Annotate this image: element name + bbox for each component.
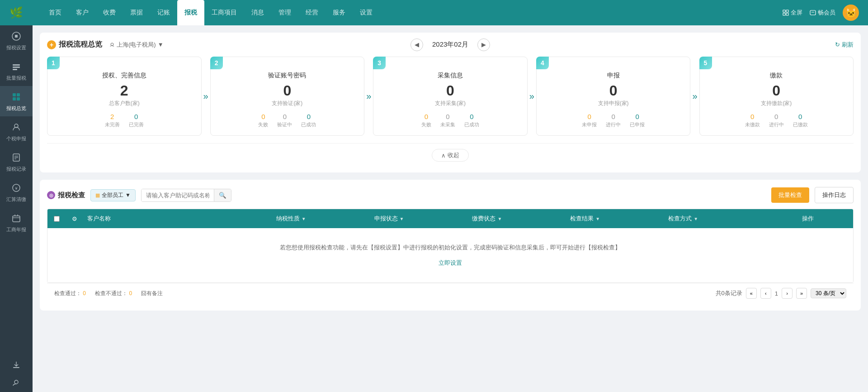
collapse-btn[interactable]: ∧ 收起: [432, 149, 469, 162]
refresh-btn[interactable]: ↻ 刷新: [835, 41, 854, 49]
fail-num[interactable]: 0: [129, 290, 132, 296]
nav-accounting[interactable]: 记账: [150, 0, 177, 25]
nav-message[interactable]: 消息: [244, 0, 271, 25]
sidebar-item-location[interactable]: [0, 374, 33, 392]
next-month-btn[interactable]: ▶: [477, 38, 490, 51]
step-2-stat-0[interactable]: 0 失败: [258, 113, 268, 128]
batch-check-btn[interactable]: 批量检查: [771, 187, 809, 203]
sidebar-item-baoshuizonglan[interactable]: 报税总览: [0, 86, 33, 116]
filter-icon-sm-3: ▼: [497, 216, 502, 221]
step-2-bignum: 0: [283, 83, 291, 98]
location-badge[interactable]: 上海(电子税局) ▼: [109, 41, 164, 49]
pass-num[interactable]: 0: [83, 290, 86, 296]
th-tax-nature[interactable]: 纳税性质 ▼: [273, 209, 371, 228]
step-1-number: 1: [47, 57, 60, 69]
sidebar-item-gongshangnianabao[interactable]: 工商年报: [0, 207, 33, 238]
collapse-label: 收起: [448, 151, 459, 159]
sidebar-item-baoshuijilu[interactable]: 报税记录: [0, 147, 33, 177]
step-5-stat-0[interactable]: 0 未缴款: [745, 113, 760, 128]
setup-link[interactable]: 立即设置: [280, 257, 621, 269]
refresh-icon: ↻: [835, 41, 840, 48]
svg-rect-5: [13, 93, 16, 96]
step-3-stat-1[interactable]: 0 未采集: [440, 113, 455, 128]
nav-tax[interactable]: 报税: [177, 0, 204, 25]
th-pay-status[interactable]: 缴费状态 ▼: [468, 209, 566, 228]
svg-rect-7: [13, 97, 16, 100]
step-4-stat-1[interactable]: 0 进行中: [606, 113, 621, 128]
sidebar-item-download[interactable]: [0, 356, 33, 374]
nav-home[interactable]: 首页: [42, 0, 69, 25]
prev-month-btn[interactable]: ◀: [410, 38, 423, 51]
step-5-stat-0-label: 未缴款: [745, 121, 760, 128]
user-avatar[interactable]: 🐱: [843, 5, 859, 21]
taxcheck-card: ◎ 报税检查 ▦ 全部员工 ▼ 🔍 批量检查 操作日志: [40, 180, 861, 311]
sidebar-item-baoshuishezhi[interactable]: 报税设置: [0, 25, 33, 56]
sidebar-item-label: 汇算清缴: [6, 196, 26, 203]
taxcheck-icon: ◎: [47, 191, 55, 199]
th-check-result-text: 检查结果: [570, 215, 594, 223]
th-settings[interactable]: ⚙: [66, 209, 84, 228]
step-5-stat-2[interactable]: 0 已缴款: [793, 113, 808, 128]
step-2-stat-2[interactable]: 0 已成功: [301, 113, 316, 128]
overview-header-row: + 报税流程总览 上海(电子税局) ▼ ◀ 2023年02月 ▶ ↻ 刷新: [47, 40, 854, 49]
fullscreen-btn[interactable]: 全屏: [783, 9, 802, 17]
step-4-stat-2[interactable]: 0 已申报: [630, 113, 645, 128]
svg-point-28: [111, 43, 113, 46]
step-5-stats: 0 未缴款 0 进行中 0 已缴款: [745, 113, 808, 128]
step-2-stat-0-label: 失败: [258, 121, 268, 128]
step-5: 5 缴款 0 支持缴款(家) 0 未缴款 0 进行中: [699, 57, 854, 136]
sidebar-item-geshenshenabao[interactable]: 个税申报: [0, 116, 33, 147]
search-button[interactable]: 🔍: [214, 189, 231, 201]
th-check-method[interactable]: 检查方式 ▼: [665, 209, 763, 228]
step-2-sub: 支持验证(家): [272, 100, 302, 107]
svg-rect-8: [17, 97, 20, 100]
step-4-stat-0[interactable]: 0 未申报: [582, 113, 597, 128]
nav-invoice[interactable]: 票据: [123, 0, 150, 25]
th-checkbox[interactable]: [47, 209, 66, 228]
step-3-stat-0[interactable]: 0 失败: [421, 113, 431, 128]
nav-settings[interactable]: 设置: [353, 0, 380, 25]
th-report-status[interactable]: 申报状态 ▼: [371, 209, 469, 228]
nav-right: 全屏 畅会员 🐱: [783, 5, 859, 21]
employee-filter[interactable]: ▦ 全部员工 ▼: [90, 189, 136, 201]
prev-page-btn[interactable]: ‹: [760, 288, 771, 299]
step-5-sub: 支持缴款(家): [761, 100, 792, 107]
nav-business[interactable]: 工商项目: [204, 0, 244, 25]
step-5-stat-2-num: 0: [798, 113, 802, 120]
sidebar-item-pilianbaoshui[interactable]: 批量报税: [0, 56, 33, 86]
last-page-btn[interactable]: »: [796, 288, 807, 299]
th-check-result[interactable]: 检查结果 ▼: [566, 209, 665, 228]
next-page-btn[interactable]: ›: [782, 288, 793, 299]
step-2-stat-1[interactable]: 0 验证中: [277, 113, 292, 128]
sidebar-bottom: [0, 356, 33, 392]
per-page-select[interactable]: 30 条/页: [811, 288, 846, 298]
sidebar-item-label: 个税申报: [6, 135, 26, 142]
step-5-stat-1[interactable]: 0 进行中: [769, 113, 784, 128]
step-1-stat-0[interactable]: 2 未完善: [105, 113, 120, 128]
step-1-bignum: 2: [120, 83, 128, 98]
content-area: + 报税流程总览 上海(电子税局) ▼ ◀ 2023年02月 ▶ ↻ 刷新: [33, 25, 868, 392]
fullscreen-label: 全屏: [791, 9, 802, 17]
sidebar-item-huisuanqingshu[interactable]: ¥ 汇算清缴: [0, 177, 33, 207]
pass-label: 检查通过：: [54, 290, 81, 296]
nav-management[interactable]: 管理: [271, 0, 298, 25]
table-footer: 检查通过： 0 检查不通过： 0 囧有备注 共0条记录 « ‹ 1 › » 30…: [47, 283, 854, 303]
nav-operation[interactable]: 经营: [298, 0, 326, 25]
nav-customer[interactable]: 客户: [69, 0, 96, 25]
select-all-checkbox[interactable]: [54, 216, 60, 222]
nav-fee[interactable]: 收费: [96, 0, 123, 25]
search-input[interactable]: [142, 189, 214, 201]
step-1-stat-1[interactable]: 0 已完善: [129, 113, 144, 128]
step-3: 3 采集信息 0 支持采集(家) 0 失败 0 未采集: [373, 57, 528, 136]
member-btn[interactable]: 畅会员: [810, 9, 835, 17]
search-icon: 🔍: [219, 192, 226, 199]
operation-log-btn[interactable]: 操作日志: [815, 187, 854, 203]
settings-icon: ⚙: [72, 215, 77, 222]
step-4-stat-0-num: 0: [587, 113, 591, 120]
first-page-btn[interactable]: «: [746, 288, 757, 299]
th-check-method-text: 检查方式: [668, 215, 692, 223]
month-display: 2023年02月: [432, 40, 468, 49]
step-3-stat-2[interactable]: 0 已成功: [464, 113, 479, 128]
app-logo: 🌿: [0, 0, 33, 25]
nav-service[interactable]: 服务: [326, 0, 353, 25]
